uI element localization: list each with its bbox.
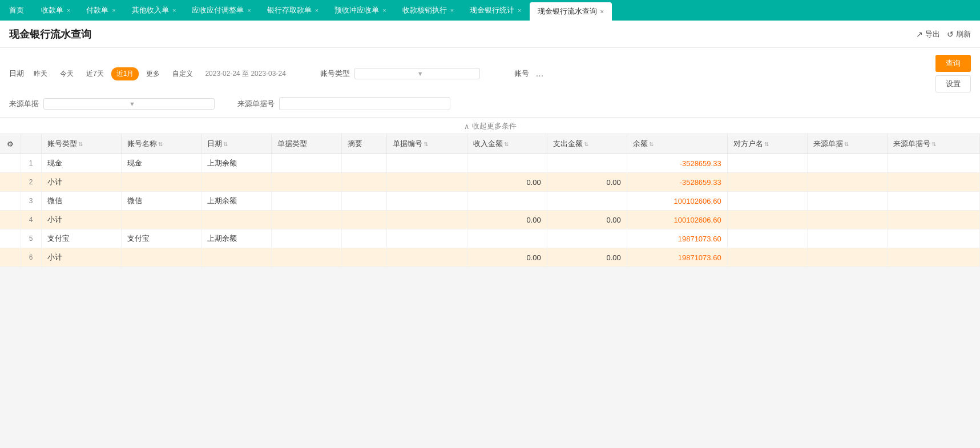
- th-label-income: 收入金额: [473, 139, 503, 148]
- th-counterpart[interactable]: 对方户名⇅: [727, 134, 807, 154]
- td-index: 4: [21, 211, 41, 229]
- query-button[interactable]: 查询: [935, 55, 971, 72]
- td-source_doc: [807, 192, 887, 211]
- source-doc-num-input[interactable]: [279, 97, 450, 110]
- td-date: 上期余额: [201, 229, 271, 248]
- nav-tab-label-1: 付款单: [86, 5, 108, 15]
- th-source_doc[interactable]: 来源单据⇅: [807, 134, 887, 154]
- account-more-button[interactable]: ...: [534, 68, 546, 79]
- table-row: 2小计0.000.00-3528659.33: [0, 173, 980, 192]
- nav-tab-3[interactable]: 应收应付调整单×: [184, 0, 259, 21]
- nav-home[interactable]: 首页: [0, 5, 33, 15]
- date-label: 日期: [9, 68, 24, 79]
- td-summary: [342, 229, 387, 248]
- nav-tab-7[interactable]: 现金银行统计×: [462, 0, 529, 21]
- date-option-3[interactable]: 近1月: [111, 67, 139, 80]
- th-source_doc_num[interactable]: 来源单据号⇅: [887, 134, 979, 154]
- collapse-bar[interactable]: ∧ 收起更多条件: [0, 118, 980, 134]
- th-income[interactable]: 收入金额⇅: [467, 134, 547, 154]
- th-balance[interactable]: 余额⇅: [627, 134, 727, 154]
- td-account_name: [121, 173, 201, 192]
- td-income: 0.00: [467, 248, 547, 267]
- nav-tab-close-8[interactable]: ×: [600, 8, 604, 15]
- td-doc_type: [271, 248, 341, 267]
- table-row: 5支付宝支付宝上期余额19871073.60: [0, 229, 980, 248]
- td-counterpart: [727, 211, 807, 229]
- td-source_doc: [807, 229, 887, 248]
- date-range: 2023-02-24 至 2023-03-24: [205, 69, 285, 79]
- th-doc_num[interactable]: 单据编号⇅: [387, 134, 467, 154]
- date-option-5[interactable]: 自定义: [167, 67, 198, 80]
- chevron-down-icon: ▼: [417, 70, 475, 77]
- th-summary: 摘要: [342, 134, 387, 154]
- refresh-icon: ↺: [947, 30, 954, 39]
- td-income: [467, 229, 547, 248]
- date-option-1[interactable]: 今天: [55, 67, 79, 80]
- nav-tab-1[interactable]: 付款单×: [78, 0, 123, 21]
- nav-tab-6[interactable]: 收款核销执行×: [394, 0, 462, 21]
- td-source_doc: [807, 173, 887, 192]
- nav-tab-close-1[interactable]: ×: [112, 7, 115, 14]
- nav-tab-close-6[interactable]: ×: [450, 7, 454, 14]
- th-label-counterpart: 对方户名: [733, 139, 763, 148]
- date-option-0[interactable]: 昨天: [29, 67, 53, 80]
- top-nav: 首页 收款单×付款单×其他收入单×应收应付调整单×银行存取款单×预收冲应收单×收…: [0, 0, 980, 21]
- export-button[interactable]: ↗ 导出: [916, 29, 940, 39]
- td-settings: [0, 248, 21, 267]
- source-doc-select[interactable]: ▼: [43, 98, 215, 110]
- th-label-source_doc: 来源单据: [813, 139, 843, 148]
- sort-icon-source_doc_num: ⇅: [931, 141, 936, 147]
- date-option-4[interactable]: 更多: [141, 67, 165, 80]
- td-expense: 0.00: [547, 173, 627, 192]
- th-label-expense: 支出金额: [553, 139, 583, 148]
- nav-tab-5[interactable]: 预收冲应收单×: [326, 0, 394, 21]
- th-account_name[interactable]: 账号名称⇅: [121, 134, 201, 154]
- date-filter: 日期 昨天今天近7天近1月更多自定义 2023-02-24 至 2023-03-…: [9, 67, 286, 80]
- td-counterpart: [727, 173, 807, 192]
- th-account_type[interactable]: 账号类型⇅: [41, 134, 121, 154]
- td-expense: 0.00: [547, 211, 627, 229]
- td-doc_num: [387, 211, 467, 229]
- nav-tab-2[interactable]: 其他收入单×: [124, 0, 184, 21]
- td-source_doc: [807, 211, 887, 229]
- th-expense[interactable]: 支出金额⇅: [547, 134, 627, 154]
- nav-tab-label-0: 收款单: [41, 5, 63, 15]
- td-balance: 19871073.60: [627, 248, 727, 267]
- nav-tab-close-5[interactable]: ×: [382, 7, 386, 14]
- filter-row-1: 日期 昨天今天近7天近1月更多自定义 2023-02-24 至 2023-03-…: [9, 55, 971, 92]
- sort-icon-account_type: ⇅: [78, 141, 83, 147]
- sort-icon-doc_num: ⇅: [424, 141, 428, 147]
- td-settings: [0, 154, 21, 173]
- td-expense: 0.00: [547, 248, 627, 267]
- td-summary: [342, 211, 387, 229]
- td-income: 0.00: [467, 173, 547, 192]
- td-settings: [0, 211, 21, 229]
- td-summary: [342, 173, 387, 192]
- date-option-2[interactable]: 近7天: [81, 67, 109, 80]
- th-label-account_type: 账号类型: [47, 139, 77, 148]
- nav-tab-close-3[interactable]: ×: [247, 7, 251, 14]
- nav-tab-close-0[interactable]: ×: [67, 7, 70, 14]
- nav-tab-close-2[interactable]: ×: [172, 7, 176, 14]
- td-counterpart: [727, 229, 807, 248]
- nav-tab-close-7[interactable]: ×: [518, 7, 521, 14]
- refresh-button[interactable]: ↺ 刷新: [947, 29, 971, 39]
- th-index: [21, 134, 41, 154]
- nav-tab-8[interactable]: 现金银行流水查询×: [530, 2, 612, 21]
- account-type-select[interactable]: ▼: [354, 68, 480, 79]
- source-doc-filter: 来源单据 ▼: [9, 98, 215, 110]
- nav-tab-label-3: 应收应付调整单: [192, 5, 244, 15]
- settings-button[interactable]: 设置: [935, 75, 971, 92]
- nav-tab-close-4[interactable]: ×: [315, 7, 318, 14]
- settings-icon[interactable]: ⚙: [7, 140, 14, 148]
- td-account_type: 小计: [41, 173, 121, 192]
- th-date[interactable]: 日期⇅: [201, 134, 271, 154]
- nav-tab-0[interactable]: 收款单×: [33, 0, 78, 21]
- nav-tab-4[interactable]: 银行存取款单×: [259, 0, 326, 21]
- header-actions: ↗ 导出 ↺ 刷新: [916, 29, 971, 39]
- td-account_type: 现金: [41, 154, 121, 173]
- td-settings: [0, 192, 21, 211]
- td-income: [467, 154, 547, 173]
- source-doc-chevron-icon: ▼: [129, 100, 209, 107]
- filter-row-2: 来源单据 ▼ 来源单据号: [9, 97, 971, 110]
